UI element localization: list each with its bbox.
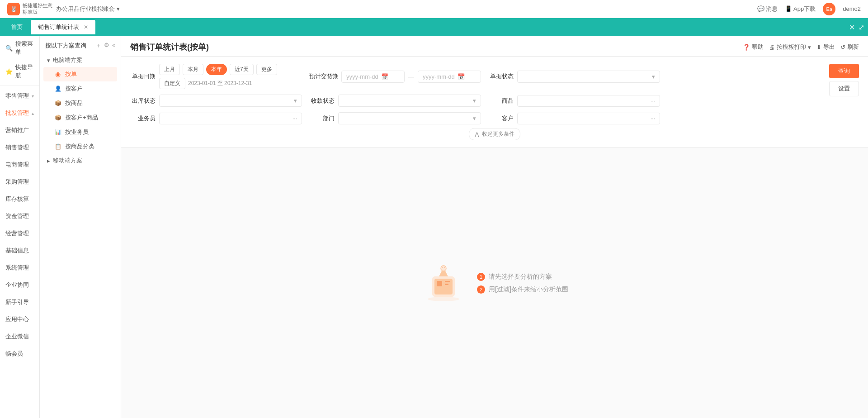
page-header: 销售订单统计表(按单) ❓ 帮助 🖨 按模板打印 ▾ ⬇ 导出 ↺ 刷新 — [121, 36, 868, 57]
sidebar-search-menu[interactable]: 🔍 搜索菜单 — [0, 36, 39, 60]
customer-more-icon[interactable]: ··· — [651, 115, 655, 122]
sidebar-item-ecommerce[interactable]: 电商管理 — [0, 156, 39, 173]
ship-status-select[interactable]: ▾ — [159, 95, 302, 107]
more-date-btn[interactable]: 更多 — [256, 64, 277, 75]
last-month-btn[interactable]: 上月 — [159, 64, 180, 75]
sidebar-item-enterprise[interactable]: 企业协同 — [0, 276, 39, 294]
chevron-up-icon: ⋀ — [475, 131, 479, 138]
sidebar-item-finance[interactable]: 资金管理 — [0, 208, 39, 225]
scheme-by-category[interactable]: 📋 按商品分类 — [43, 139, 117, 154]
goods-select[interactable]: ··· — [517, 95, 660, 107]
scheme-by-product[interactable]: 📦 按商品 — [43, 96, 117, 110]
print-btn[interactable]: 🖨 按模板打印 ▾ — [769, 43, 811, 51]
sidebar-item-member[interactable]: 畅会员 — [0, 345, 39, 362]
collapse-btn[interactable]: ⋀ 收起更多条件 — [469, 128, 520, 140]
logo-area: 🐰 畅捷通好生意 标准版 — [7, 3, 52, 15]
scheme-by-customer[interactable]: 👤 按客户 — [43, 81, 117, 96]
sidebar-item-sales[interactable]: 销售管理 — [0, 139, 39, 156]
industry-label: 办公用品行业模拟账套 — [56, 5, 115, 13]
department-select[interactable]: ▾ — [338, 112, 481, 124]
query-btn-container: 查询 设置 — [824, 64, 859, 96]
help-btn[interactable]: ❓ 帮助 — [743, 43, 764, 51]
export-btn[interactable]: ⬇ 导出 — [816, 43, 835, 51]
query-button[interactable]: 查询 — [829, 64, 859, 78]
sidebar-item-basic[interactable]: 基础信息 — [0, 242, 39, 259]
tab-sales-order-stats[interactable]: 销售订单统计表 ✕ — [31, 20, 95, 34]
sidebar-item-inventory[interactable]: 库存核算 — [0, 190, 39, 208]
avatar[interactable]: Ea — [823, 3, 835, 15]
help-icon: ❓ — [743, 44, 750, 51]
sidebar-item-newbie[interactable]: 新手引导 — [0, 294, 39, 311]
payment-status-select[interactable]: ▾ — [338, 95, 481, 107]
arrow-right-icon: ▸ — [47, 157, 50, 164]
tab-close-icon[interactable]: ✕ — [84, 24, 88, 30]
department-label: 部门 — [309, 114, 335, 123]
expected-date-start-input[interactable]: yyyy-mm-dd 📅 — [341, 71, 405, 83]
salesperson-select[interactable]: ··· — [159, 113, 302, 124]
collapse-panel-icon[interactable]: « — [112, 42, 115, 50]
refresh-icon: ↺ — [840, 44, 845, 51]
message-btn[interactable]: 💬 消息 — [757, 5, 778, 13]
tip-num-1: 1 — [477, 273, 485, 281]
goods-more-icon[interactable]: ··· — [651, 98, 655, 104]
svg-point-0 — [428, 297, 459, 301]
sidebar-item-operations[interactable]: 经营管理 — [0, 225, 39, 242]
expected-date-end-input[interactable]: yyyy-mm-dd 📅 — [418, 71, 481, 83]
salesperson-label: 业务员 — [130, 114, 156, 123]
scheme-group-pc-title[interactable]: ▾ 电脑端方案 — [43, 53, 117, 67]
date-range-text: 2023-01-01 至 2023-12-31 — [188, 80, 252, 87]
scheme-by-salesperson[interactable]: 📊 按业务员 — [43, 125, 117, 139]
tab-home[interactable]: 首页 — [4, 20, 30, 34]
left-panel: 按以下方案查询 ＋ ⚙ « ▾ 电脑端方案 ◉ 按单 👤 按客户 📦 按商 — [40, 36, 121, 418]
this-month-btn[interactable]: 本月 — [183, 64, 203, 75]
order-status-select[interactable]: ▾ — [517, 71, 660, 83]
app-download-btn[interactable]: 📱 App下载 — [785, 5, 816, 13]
sidebar-item-retail[interactable]: 零售管理 ▾ — [0, 87, 39, 104]
chevron-down-icon-payment: ▾ — [473, 97, 476, 104]
filter-order-status-field: 单据状态 ▾ — [488, 71, 660, 83]
top-bar-left: 🐰 畅捷通好生意 标准版 办公用品行业模拟账套 ▾ — [7, 3, 120, 15]
refresh-btn[interactable]: ↺ 刷新 — [840, 43, 859, 51]
sidebar-item-wechat[interactable]: 企业微信 — [0, 328, 39, 345]
settings-button[interactable]: 设置 — [829, 81, 859, 96]
logo-icon: 🐰 — [7, 3, 20, 15]
sidebar-item-purchase[interactable]: 采购管理 — [0, 173, 39, 190]
settings-scheme-icon[interactable]: ⚙ — [104, 42, 109, 50]
sidebar-quick-nav[interactable]: ⭐ 快捷导航 — [0, 60, 39, 83]
scheme-by-order[interactable]: ◉ 按单 — [43, 67, 117, 81]
this-year-btn[interactable]: 本年 — [206, 64, 227, 75]
empty-tip-1: 1 请先选择要分析的方案 — [477, 273, 568, 281]
search-icon: 🔍 — [5, 45, 13, 52]
scheme-group-mobile-title[interactable]: ▸ 移动端方案 — [43, 154, 117, 167]
chevron-down-icon-ship: ▾ — [294, 97, 297, 104]
product-icon: 📦 — [54, 100, 61, 107]
export-icon: ⬇ — [816, 44, 821, 51]
customer-select[interactable]: ··· — [517, 113, 660, 124]
scheme-group-pc: ▾ 电脑端方案 ◉ 按单 👤 按客户 📦 按商品 📦 按客户+商品 📊 按业 — [40, 53, 121, 154]
last-7-days-btn[interactable]: 近7天 — [230, 64, 254, 75]
payment-status-label: 收款状态 — [309, 97, 335, 105]
tab-expand-icon[interactable]: ⤢ — [859, 23, 864, 32]
tab-close-all-icon[interactable]: ✕ — [849, 23, 855, 32]
salesperson-more-icon[interactable]: ··· — [292, 115, 297, 122]
empty-state: 1 请先选择要分析的方案 2 用[过滤]条件来缩小分析范围 — [121, 148, 868, 418]
svg-point-7 — [441, 266, 446, 271]
empty-illustration — [421, 261, 466, 306]
sidebar-item-system[interactable]: 系统管理 — [0, 259, 39, 276]
sidebar-item-marketing[interactable]: 营销推广 — [0, 122, 39, 139]
scheme-by-customer-product[interactable]: 📦 按客户+商品 — [43, 110, 117, 125]
filter-row-1: 单据日期 上月 本月 本年 近7天 更多 自定义 2023-01-01 至 20… — [130, 64, 824, 89]
chevron-down-icon: ▾ — [32, 94, 34, 99]
date-separator: — — [408, 73, 414, 80]
sidebar-item-wholesale[interactable]: 批发管理 ▴ — [0, 104, 39, 122]
custom-date-btn[interactable]: 自定义 — [159, 78, 185, 89]
sidebar-item-apps[interactable]: 应用中心 — [0, 311, 39, 328]
add-scheme-icon[interactable]: ＋ — [95, 42, 101, 50]
industry-selector[interactable]: 办公用品行业模拟账套 ▾ — [56, 5, 120, 13]
svg-point-8 — [442, 267, 443, 268]
svg-rect-3 — [437, 281, 442, 286]
filter-payment-status-field: 收款状态 ▾ — [309, 95, 481, 107]
empty-tip-2: 2 用[过滤]条件来缩小分析范围 — [477, 285, 568, 294]
date-placeholder-end: yyyy-mm-dd — [423, 73, 455, 80]
expected-date-label: 预计交货期 — [309, 72, 338, 81]
